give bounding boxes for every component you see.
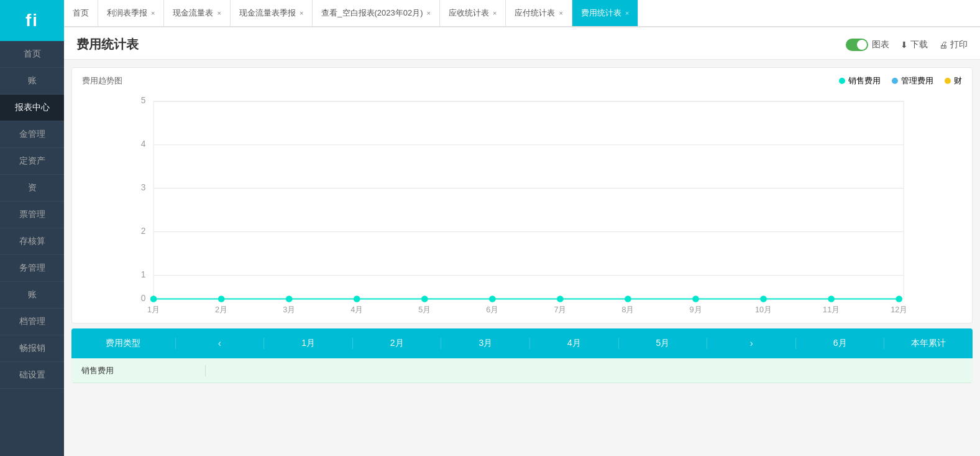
tab-payable[interactable]: 应付统计表 × xyxy=(506,0,572,27)
svg-point-14 xyxy=(218,295,225,302)
table-header-m2: 2月 xyxy=(353,338,442,349)
tab-home[interactable]: 首页 xyxy=(64,0,98,27)
legend-admin-dot xyxy=(892,78,898,84)
table-col-m1-label: 1月 xyxy=(301,338,315,349)
chart-toggle[interactable] xyxy=(846,39,868,51)
main-area: 首页 利润表季报 × 现金流量表 × 现金流量表季报 × 查看_空白报表(202… xyxy=(64,0,980,456)
tab-expense-close[interactable]: × xyxy=(625,9,629,17)
table-col-m6-label: 6月 xyxy=(833,338,847,349)
legend-sales: 销售费用 xyxy=(839,75,881,86)
legend-finance-dot xyxy=(945,78,951,84)
prev-month-arrow[interactable]: ‹ xyxy=(218,338,221,349)
print-label: 打印 xyxy=(950,39,968,50)
svg-text:1: 1 xyxy=(141,270,146,279)
header-actions: 图表 ⬇ 下载 🖨 打印 xyxy=(846,39,968,51)
table-header-m4: 4月 xyxy=(530,338,619,349)
tab-blank-report[interactable]: 查看_空白报表(2023年02月) × xyxy=(313,0,440,27)
svg-text:9月: 9月 xyxy=(689,305,702,314)
svg-text:7月: 7月 xyxy=(554,305,566,314)
sidebar-item-home[interactable]: 首页 xyxy=(0,41,64,68)
svg-text:12月: 12月 xyxy=(891,305,907,314)
table-header-nav-prev[interactable]: ‹ xyxy=(176,338,265,349)
svg-text:2月: 2月 xyxy=(215,305,227,314)
chart-toggle-wrap[interactable]: 图表 xyxy=(846,39,889,51)
download-label: 下载 xyxy=(910,39,928,50)
sidebar-item-fund-mgmt[interactable]: 金管理 xyxy=(0,121,64,148)
tab-receivable[interactable]: 应收统计表 × xyxy=(440,0,506,27)
print-icon: 🖨 xyxy=(939,40,948,50)
svg-point-18 xyxy=(489,295,496,302)
table-col-type-label: 费用类型 xyxy=(106,338,140,349)
tab-cashflow-quarterly-label: 现金流量表季报 xyxy=(239,7,296,19)
tab-blank-report-close[interactable]: × xyxy=(427,9,431,17)
download-button[interactable]: ⬇ 下载 xyxy=(900,39,928,50)
table-header-nav-next[interactable]: › xyxy=(707,338,796,349)
tab-profit-quarterly[interactable]: 利润表季报 × xyxy=(98,0,164,27)
tab-cashflow[interactable]: 现金流量表 × xyxy=(164,0,230,27)
svg-text:3月: 3月 xyxy=(283,305,295,314)
legend-finance: 财 xyxy=(945,75,962,86)
legend-sales-dot xyxy=(839,78,845,84)
tab-blank-report-label: 查看_空白报表(2023年02月) xyxy=(321,7,423,19)
tab-bar: 首页 利润表季报 × 现金流量表 × 现金流量表季报 × 查看_空白报表(202… xyxy=(64,0,980,27)
tab-cashflow-quarterly-close[interactable]: × xyxy=(300,9,303,17)
sidebar-item-payroll[interactable]: 资 xyxy=(0,175,64,202)
tab-cashflow-close[interactable]: × xyxy=(217,9,221,17)
sidebar-item-fixed-assets[interactable]: 定资产 xyxy=(0,148,64,175)
chart-header: 费用趋势图 销售费用 管理费用 财 xyxy=(82,75,962,86)
svg-point-24 xyxy=(895,295,902,302)
svg-point-21 xyxy=(692,295,699,302)
sidebar: fi 首页 账 报表中心 金管理 定资产 资 票管理 存核算 务管理 账 档管理… xyxy=(0,0,64,456)
table-header-type: 费用类型 xyxy=(71,338,176,349)
tab-home-label: 首页 xyxy=(73,7,89,19)
table-header-m3: 3月 xyxy=(441,338,530,349)
sidebar-item-report-center[interactable]: 报表中心 xyxy=(0,95,64,121)
content-area: 费用统计表 图表 ⬇ 下载 🖨 打印 费用趋势图 xyxy=(64,27,980,456)
chart-container: 5 4 3 2 1 0 xyxy=(82,91,962,315)
svg-point-16 xyxy=(354,295,360,302)
chart-toggle-label: 图表 xyxy=(872,39,889,50)
svg-text:6月: 6月 xyxy=(486,305,498,314)
chart-legend: 销售费用 管理费用 财 xyxy=(839,75,962,86)
sidebar-item-basic-settings[interactable]: 础设置 xyxy=(0,362,64,389)
svg-point-17 xyxy=(421,295,428,302)
sidebar-item-archive[interactable]: 档管理 xyxy=(0,309,64,335)
sidebar-item-sales-return[interactable]: 畅报销 xyxy=(0,335,64,362)
svg-text:0: 0 xyxy=(141,294,146,303)
print-button[interactable]: 🖨 打印 xyxy=(939,39,968,50)
svg-rect-12 xyxy=(153,101,904,299)
tab-receivable-close[interactable]: × xyxy=(493,9,497,17)
sidebar-item-business-mgmt[interactable]: 务管理 xyxy=(0,255,64,282)
legend-sales-label: 销售费用 xyxy=(848,75,881,86)
sidebar-item-inventory[interactable]: 存核算 xyxy=(0,228,64,255)
svg-text:5: 5 xyxy=(141,96,146,105)
tab-payable-close[interactable]: × xyxy=(559,9,562,17)
table-header-row: 费用类型 ‹ 1月 2月 3月 4月 5月 xyxy=(71,328,973,358)
tab-profit-quarterly-label: 利润表季报 xyxy=(107,7,147,19)
svg-point-19 xyxy=(557,295,564,302)
svg-text:11月: 11月 xyxy=(823,305,840,314)
chart-title: 费用趋势图 xyxy=(82,75,122,86)
svg-text:1月: 1月 xyxy=(147,305,160,314)
tab-cashflow-quarterly[interactable]: 现金流量表季报 × xyxy=(231,0,313,27)
chart-svg: 5 4 3 2 1 0 xyxy=(82,91,962,315)
legend-finance-label: 财 xyxy=(954,75,962,86)
sidebar-item-ledger[interactable]: 账 xyxy=(0,282,64,309)
sidebar-item-invoice-mgmt[interactable]: 票管理 xyxy=(0,202,64,228)
sidebar-item-account[interactable]: 账 xyxy=(0,68,64,95)
table-cell-type: 销售费用 xyxy=(71,365,206,376)
table-header-m1: 1月 xyxy=(264,338,353,349)
svg-text:3: 3 xyxy=(141,183,146,192)
svg-point-15 xyxy=(286,295,293,302)
legend-admin-label: 管理费用 xyxy=(901,75,933,86)
table-col-m5-label: 5月 xyxy=(656,338,670,349)
table-header-m6: 6月 xyxy=(796,338,885,349)
svg-point-22 xyxy=(760,295,767,302)
tab-profit-quarterly-close[interactable]: × xyxy=(151,9,155,17)
table-header-ytd: 本年累计 xyxy=(884,338,973,349)
download-icon: ⬇ xyxy=(900,40,908,50)
table-row: 销售费用 xyxy=(71,358,973,383)
tab-expense[interactable]: 费用统计表 × xyxy=(572,0,638,27)
next-month-arrow[interactable]: › xyxy=(749,338,753,349)
table-section: 费用类型 ‹ 1月 2月 3月 4月 5月 xyxy=(71,328,973,383)
